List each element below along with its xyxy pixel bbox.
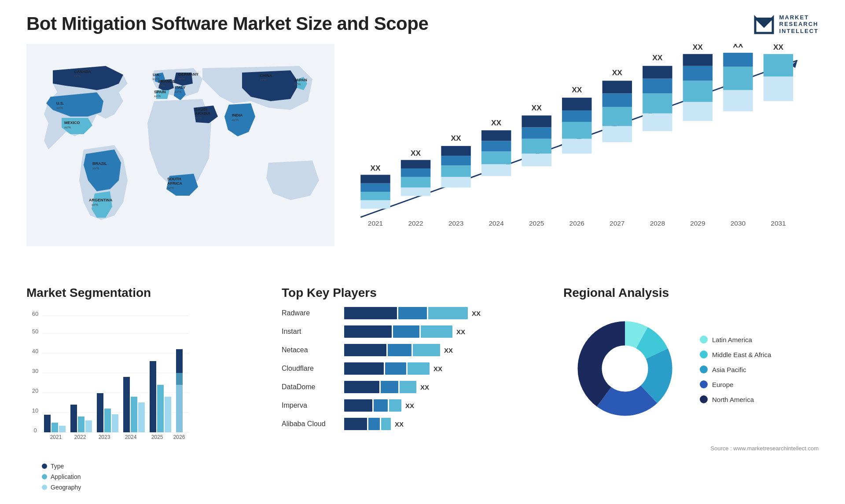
- svg-text:SPAIN: SPAIN: [154, 90, 166, 94]
- svg-rect-92: [723, 67, 753, 90]
- player-cloudflare: Cloudflare XX: [282, 362, 546, 375]
- player-name-datadome: DataDome: [282, 383, 339, 391]
- legend-asia-pacific-label: Asia Pacific: [712, 366, 746, 373]
- svg-rect-115: [51, 423, 58, 432]
- player-name-alibaba: Alibaba Cloud: [282, 420, 339, 428]
- svg-text:XX: XX: [370, 164, 381, 172]
- player-datadome: DataDome XX: [282, 381, 546, 393]
- svg-text:2022: 2022: [74, 434, 86, 440]
- svg-rect-43: [401, 187, 430, 196]
- svg-rect-123: [104, 409, 111, 432]
- segmentation-title: Market Segmentation: [26, 286, 264, 300]
- svg-rect-57: [481, 141, 511, 151]
- svg-rect-74: [603, 107, 632, 126]
- legend-europe: Europe: [700, 380, 771, 388]
- svg-text:2027: 2027: [610, 219, 625, 227]
- bar-seg3: [389, 399, 401, 412]
- svg-text:XX: XX: [411, 149, 421, 157]
- svg-text:XX: XX: [733, 44, 743, 49]
- svg-rect-80: [643, 93, 672, 113]
- regional-legend: Latin America Middle East & Africa Asia …: [700, 336, 771, 403]
- svg-rect-132: [165, 397, 171, 432]
- logo-line2: RESEARCH: [779, 21, 819, 28]
- svg-text:0: 0: [33, 427, 37, 434]
- svg-text:XX: XX: [572, 85, 582, 94]
- logo-box: MARKET RESEARCH INTELLECT: [753, 13, 819, 35]
- svg-text:2026: 2026: [569, 219, 584, 227]
- legend-type-dot: [42, 464, 47, 469]
- legend-latin-america-color: [700, 336, 708, 343]
- svg-text:30: 30: [32, 368, 38, 374]
- svg-rect-128: [138, 402, 145, 432]
- player-xx-3: XX: [434, 365, 442, 373]
- legend-geo-dot: [42, 485, 47, 490]
- row1: CANADA xx% U.S. xx% MEXICO xx% BRAZIL xx…: [26, 44, 819, 273]
- svg-rect-44: [401, 177, 430, 187]
- svg-rect-86: [683, 81, 713, 102]
- bar-seg3: [400, 381, 416, 393]
- legend-asia-pacific: Asia Pacific: [700, 365, 771, 373]
- svg-text:2022: 2022: [408, 219, 423, 227]
- svg-text:10: 10: [32, 407, 38, 414]
- growth-chart-svg: XX 2021 XX 2022 XX 2023: [352, 44, 819, 246]
- player-instart: Instart XX: [282, 325, 546, 338]
- legend-north-america: North America: [700, 395, 771, 403]
- seg-chart: 0 10 20 30 40 50 60: [26, 307, 264, 457]
- svg-rect-73: [603, 126, 632, 142]
- svg-rect-88: [683, 54, 713, 66]
- svg-rect-79: [643, 113, 672, 131]
- row2: Market Segmentation 0 10 20 30 40 50 60: [26, 286, 819, 475]
- svg-text:U.K.: U.K.: [153, 73, 161, 77]
- regional-title: Regional Analysis: [563, 286, 819, 300]
- svg-rect-81: [643, 79, 672, 94]
- svg-rect-136: [176, 385, 183, 432]
- svg-text:CANADA: CANADA: [74, 69, 91, 74]
- svg-rect-114: [44, 415, 51, 432]
- svg-text:SOUTH: SOUTH: [167, 177, 181, 181]
- bar-seg3: [408, 362, 430, 375]
- bar-seg1: [344, 399, 372, 412]
- bar-seg2: [368, 418, 380, 430]
- player-alibaba: Alibaba Cloud XX: [282, 418, 546, 430]
- seg-chart-svg: 0 10 20 30 40 50 60: [26, 307, 194, 457]
- svg-rect-85: [683, 102, 713, 121]
- svg-text:40: 40: [32, 348, 38, 354]
- map-section: CANADA xx% U.S. xx% MEXICO xx% BRAZIL xx…: [26, 44, 334, 273]
- svg-rect-87: [683, 66, 713, 81]
- svg-rect-55: [481, 164, 511, 176]
- svg-rect-116: [59, 426, 66, 432]
- growth-chart-section: XX 2021 XX 2022 XX 2023: [352, 44, 819, 273]
- svg-text:20: 20: [32, 387, 38, 394]
- bar-seg2: [393, 325, 419, 338]
- svg-text:XX: XX: [773, 44, 784, 51]
- player-bar-cloudflare: XX: [344, 362, 546, 375]
- bar-seg2: [381, 381, 398, 393]
- legend-asia-pacific-color: [700, 365, 708, 373]
- svg-rect-118: [70, 405, 77, 432]
- svg-text:BRAZIL: BRAZIL: [92, 161, 107, 166]
- player-xx-2: XX: [444, 347, 453, 354]
- svg-rect-46: [401, 160, 430, 168]
- svg-text:xx%: xx%: [154, 94, 161, 98]
- legend-app-dot: [42, 474, 47, 479]
- legend-mea-color: [700, 351, 708, 358]
- svg-rect-62: [522, 139, 551, 154]
- svg-rect-122: [97, 393, 103, 432]
- player-xx-6: XX: [395, 420, 404, 428]
- svg-text:2024: 2024: [125, 434, 137, 440]
- svg-rect-91: [723, 90, 753, 111]
- svg-text:xx%: xx%: [56, 106, 63, 110]
- svg-rect-70: [562, 98, 592, 110]
- regional-section: Regional Analysis: [563, 286, 819, 475]
- player-imperva: Imperva XX: [282, 399, 546, 412]
- legend-app-label: Application: [51, 473, 81, 480]
- svg-rect-40: [360, 175, 390, 183]
- svg-text:XX: XX: [451, 134, 462, 142]
- bar-seg1: [344, 418, 367, 430]
- player-name-netacea: Netacea: [282, 346, 339, 354]
- player-name-radware: Radware: [282, 309, 339, 317]
- player-netacea: Netacea XX: [282, 344, 546, 356]
- logo-line3: INTELLECT: [779, 28, 819, 35]
- legend-latin-america: Latin America: [700, 336, 771, 343]
- svg-rect-68: [562, 122, 592, 139]
